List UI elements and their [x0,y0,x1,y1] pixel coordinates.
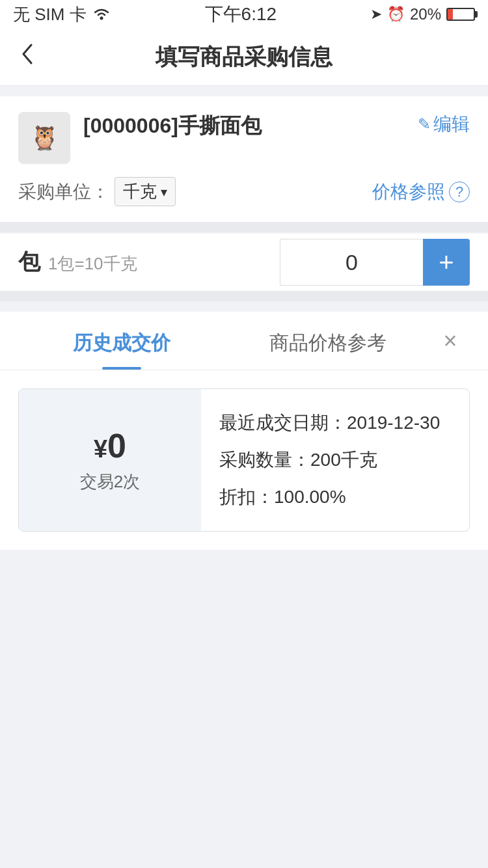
history-card: ¥0 交易2次 最近成交日期：2019-12-30 采购数量：200千克 折扣：… [18,388,470,532]
tab-close-button[interactable]: × [431,321,470,360]
time-label: 下午6:12 [205,2,277,27]
product-icon: 🦉 [30,124,59,152]
history-count: 交易2次 [80,470,140,493]
nav-header: 填写商品采购信息 [0,29,488,86]
qty-unit: 包 [18,247,40,277]
product-unit-row: 采购单位： 千克 ▾ 价格参照 ? [18,177,470,206]
quantity-left: 包 1包=10千克 [18,247,137,277]
back-button[interactable] [18,40,36,74]
recent-date-item: 最近成交日期：2019-12-30 [219,410,451,435]
product-left: 🦉 [0000006]手撕面包 [18,112,262,164]
status-left: 无 SIM 卡 [13,3,111,26]
status-bar: 无 SIM 卡 下午6:12 ➤ ⏰ 20% [0,0,488,29]
quantity-input[interactable]: 0 [280,239,423,286]
quantity-row: 包 1包=10千克 0 + [0,234,488,291]
wifi-icon [92,5,111,25]
discount-item: 折扣：100.00% [219,484,451,509]
status-right: ➤ ⏰ 20% [370,5,475,23]
location-icon: ➤ [370,6,382,23]
edit-button[interactable]: ✎ 编辑 [418,112,470,137]
product-info: [0000006]手撕面包 [83,112,262,144]
svg-point-0 [100,16,103,20]
help-icon: ? [449,182,470,202]
unit-selector-group: 采购单位： 千克 ▾ [18,177,176,206]
alarm-icon: ⏰ [387,6,405,23]
edit-icon: ✎ [418,115,431,133]
unit-label: 采购单位： [18,180,109,204]
carrier-label: 无 SIM 卡 [13,3,87,26]
tab-underline [102,367,141,370]
separator2 [0,291,488,301]
product-name: [0000006]手撕面包 [83,112,262,141]
quantity-controls: 0 + [280,239,470,286]
tab-history-price[interactable]: 历史成交价 [18,312,224,370]
history-card-right: 最近成交日期：2019-12-30 采购数量：200千克 折扣：100.00% [201,389,469,531]
quantity-plus-button[interactable]: + [423,239,470,286]
chevron-down-icon: ▾ [161,184,167,200]
tabs-container: 历史成交价 商品价格参考 × [0,312,488,370]
tab-price-reference[interactable]: 商品价格参考 [224,312,431,370]
purchase-qty-item: 采购数量：200千克 [219,447,451,472]
history-price: ¥0 [94,426,126,465]
product-thumbnail: 🦉 [18,112,70,164]
page-bottom [0,550,488,868]
product-card: 🦉 [0000006]手撕面包 ✎ 编辑 采购单位： 千克 ▾ 价格参照 ? [0,96,488,222]
battery-percent: 20% [410,5,441,23]
page-title: 填写商品采购信息 [156,42,332,72]
product-header: 🦉 [0000006]手撕面包 ✎ 编辑 [18,112,470,164]
history-content: ¥0 交易2次 最近成交日期：2019-12-30 采购数量：200千克 折扣：… [0,370,488,550]
battery-icon [446,8,475,21]
unit-dropdown[interactable]: 千克 ▾ [115,177,176,206]
qty-conversion: 1包=10千克 [48,252,137,275]
history-card-left: ¥0 交易2次 [19,389,201,531]
price-ref-button[interactable]: 价格参照 ? [372,180,470,204]
separator [0,222,488,232]
